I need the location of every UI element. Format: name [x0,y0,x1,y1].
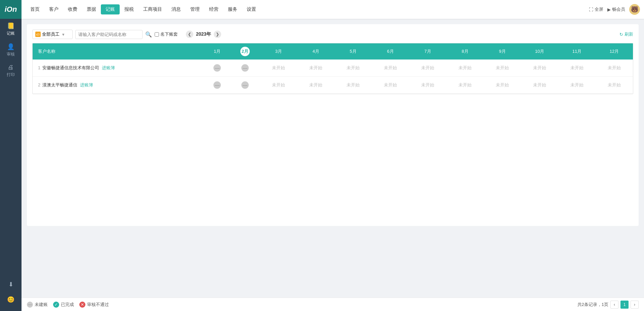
search-input[interactable] [75,30,143,39]
legend-complete: ✓ 已完成 [53,302,74,308]
row-month-6: 未开始 [372,77,409,94]
row-month-11: 未开始 [558,77,596,94]
table-row: 1安徽畅捷通信息技术有限公司进账簿——未开始未开始未开始未开始未开始未开始未开始… [33,60,633,77]
sidebar-item-support[interactable]: 😊 [0,293,22,308]
fullscreen-icon: ⛶ [589,7,593,12]
refresh-icon: ↻ [619,32,623,37]
sidebar-item-print[interactable]: 🖨 打印 [0,61,22,81]
app-logo: iOn [0,0,22,19]
legend-rejected: ✕ 审核不通过 [79,302,109,308]
employee-label: 全部员工 [42,31,59,37]
status-dash-icon: — [241,81,249,89]
row-customer-name: 安徽畅捷通信息技术有限公司 [42,65,99,70]
page-current[interactable]: 1 [620,301,629,309]
enter-ledger-link[interactable]: 进账簿 [102,65,115,70]
support-icon: 😊 [7,296,14,303]
page-prev-button[interactable]: ‹ [610,301,618,309]
user-avatar[interactable]: 🐻 [629,4,640,15]
filter-bar: 🏷 全部员工 ▾ 🔍 名下账套 ❮ 2023年 ❯ ↻ 刷新 [32,30,633,39]
download-icon: ⬇ [8,281,13,288]
accounting-icon: 📒 [7,22,14,30]
col-month-3: 3月 [260,43,297,60]
nav-business[interactable]: 工商项目 [138,4,167,14]
col-month-5: 5月 [334,43,372,60]
status-dash-icon: — [213,64,221,72]
checkbox-myaccounts[interactable]: 名下账套 [155,31,178,37]
row-month-5: 未开始 [334,60,372,77]
print-icon: 🖨 [8,64,14,71]
row-month-10: 未开始 [521,77,558,94]
row-month-10: 未开始 [521,60,558,77]
nav-invoice[interactable]: 票据 [82,4,101,14]
row-month-12: 未开始 [596,77,633,94]
year-nav: ❮ 2023年 ❯ [186,31,221,38]
row-month-7: 未开始 [409,77,446,94]
year-display: 2023年 [196,31,211,37]
legend-gray-icon: — [27,302,33,308]
row-month-7: 未开始 [409,60,446,77]
nav-customer[interactable]: 客户 [44,4,63,14]
topnav: 首页 客户 收费 票据 记账 报税 工商项目 消息 管理 经营 服务 设置 ⛶ … [22,0,644,19]
row-month-3: 未开始 [260,60,297,77]
main-panel: 🏷 全部员工 ▾ 🔍 名下账套 ❮ 2023年 ❯ ↻ 刷新 [27,24,639,226]
col-month-10: 10月 [521,43,558,60]
col-month-1: 1月 [204,43,230,60]
page-next-button[interactable]: › [631,301,639,309]
nav-operation[interactable]: 经营 [204,4,223,14]
col-month-12: 12月 [596,43,633,60]
fullscreen-button[interactable]: ⛶ 全屏 [589,6,603,12]
refresh-button[interactable]: ↻ 刷新 [619,31,633,37]
pagination: 共2条记录，1页 ‹ 1 › [577,301,639,309]
row-month-2: — [230,77,260,94]
year-next-button[interactable]: ❯ [214,31,221,38]
employee-icon: 🏷 [35,32,41,37]
legend: — 未建账 ✓ 已完成 ✕ 审核不通过 [27,302,109,308]
row-month-8: 未开始 [446,60,484,77]
row-month-9: 未开始 [484,60,521,77]
nav-home[interactable]: 首页 [26,4,44,14]
row-month-1: — [204,77,230,94]
sidebar-bottom: ⬇ 😊 [0,277,22,311]
row-month-1: — [204,60,230,77]
col-month-9: 9月 [484,43,521,60]
myaccounts-checkbox[interactable] [155,32,159,37]
topnav-right: ⛶ 全屏 ▶ 畅会员 🐻 [589,4,640,15]
audit-icon: 👤 [7,43,14,50]
col-month-6: 6月 [372,43,409,60]
legend-red-icon: ✕ [79,302,85,308]
nav-manage[interactable]: 管理 [186,4,204,14]
row-customer-name: 漠澳太平畅捷通信 [42,82,77,87]
nav-tax[interactable]: 报税 [120,4,138,14]
accounts-table: 客户名称 1月 2月 3月 4月 5月 6月 7月 8月 9月 10月 11月 [32,43,633,94]
row-month-8: 未开始 [446,77,484,94]
enter-ledger-link[interactable]: 进账簿 [80,82,93,87]
row-month-6: 未开始 [372,60,409,77]
sidebar-item-download[interactable]: ⬇ [0,277,22,293]
year-prev-button[interactable]: ❮ [186,31,193,38]
sidebar-item-audit[interactable]: 👤 审核 [0,40,22,61]
nav-bookkeeping[interactable]: 记账 [101,4,120,14]
vip-icon: ▶ [607,7,611,12]
employee-select[interactable]: 🏷 全部员工 ▾ [32,30,73,39]
row-index: 2 [38,82,40,87]
col-customer: 客户名称 [33,43,204,60]
row-month-9: 未开始 [484,77,521,94]
col-month-11: 11月 [558,43,596,60]
col-month-7: 7月 [409,43,446,60]
sidebar-item-accounting[interactable]: 📒 记账 [0,19,22,40]
nav-service[interactable]: 服务 [223,4,242,14]
table-row: 2漠澳太平畅捷通信进账簿——未开始未开始未开始未开始未开始未开始未开始未开始未开… [33,77,633,94]
content-area: 🏷 全部员工 ▾ 🔍 名下账套 ❮ 2023年 ❯ ↻ 刷新 [22,19,644,298]
chevron-down-icon: ▾ [62,32,65,37]
row-month-4: 未开始 [297,77,334,94]
vip-button[interactable]: ▶ 畅会员 [607,6,625,12]
nav-settings[interactable]: 设置 [242,4,261,14]
footer: — 未建账 ✓ 已完成 ✕ 审核不通过 共2条记录，1页 ‹ 1 › [22,298,644,311]
nav-billing[interactable]: 收费 [63,4,82,14]
nav-message[interactable]: 消息 [167,4,186,14]
search-button[interactable]: 🔍 [145,31,152,38]
active-month-circle: 2月 [240,47,250,56]
row-month-2: — [230,60,260,77]
legend-green-icon: ✓ [53,302,59,308]
row-month-5: 未开始 [334,77,372,94]
